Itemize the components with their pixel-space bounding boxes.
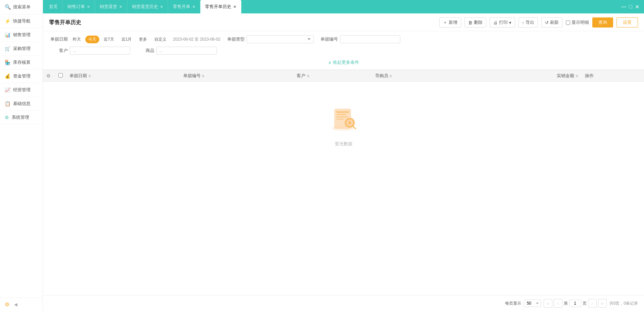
window-close-icon[interactable]: ✕ xyxy=(635,4,639,10)
tabs-bar: 首页 销售订单 ✕ 销货退货 ✕ 销货退货历史 ✕ 零售开单 ✕ 零售开单历史 … xyxy=(43,0,644,13)
last-page-icon: » xyxy=(601,301,603,306)
empty-icon xyxy=(327,102,360,136)
new-button[interactable]: ＋ 新增 xyxy=(439,17,461,28)
per-page-select[interactable]: 50 20 100 200 xyxy=(524,300,541,307)
th-action-label: 操作 xyxy=(585,73,594,78)
main-area: 首页 销售订单 ✕ 销货退货 ✕ 销货退货历史 ✕ 零售开单 ✕ 零售开单历史 … xyxy=(43,0,644,311)
zijin-icon: 💰 xyxy=(5,73,10,79)
sidebar-item-label: 采购管理 xyxy=(13,46,31,52)
type-filter-field: 单据类型 xyxy=(226,35,314,43)
empty-state: 暂无数据 xyxy=(43,82,644,160)
next-page-button[interactable]: › xyxy=(588,299,597,308)
filter-row-2: 客户 ... 商品 ... xyxy=(49,47,638,55)
display-detail-checkbox[interactable] xyxy=(566,20,570,25)
refresh-button[interactable]: ↺ 刷新 xyxy=(541,17,562,28)
tab-retail-open-history-close[interactable]: ✕ xyxy=(233,5,236,9)
tab-sales-return[interactable]: 销货退货 ✕ xyxy=(95,0,127,13)
sidebar-item-xiaoshou[interactable]: 📊 销售管理 xyxy=(0,28,43,42)
th-action: 操作 xyxy=(582,70,644,82)
tab-sales-order[interactable]: 销售订单 ✕ xyxy=(63,0,95,13)
tab-sales-order-close[interactable]: ✕ xyxy=(87,5,90,9)
sidebar-item-jichu[interactable]: 📋 基础信息 xyxy=(0,97,43,111)
tab-sales-return-history-label: 销货退货历史 xyxy=(132,4,158,10)
tab-sales-return-close[interactable]: ✕ xyxy=(119,5,122,9)
sidebar: 🔍 搜索菜单 ⚡ 快捷导航 📊 销售管理 🛒 采购管理 🏪 库存核算 💰 资金管… xyxy=(0,0,43,311)
last-page-button[interactable]: » xyxy=(598,299,607,308)
goods-filter-more[interactable]: ... xyxy=(156,47,217,55)
date-btn-custom[interactable]: 自定义 xyxy=(151,36,169,43)
th-amount[interactable]: 实销金额 xyxy=(468,70,582,82)
xitong-icon: ⚙ xyxy=(5,115,9,120)
svg-point-9 xyxy=(348,121,351,124)
first-page-icon: « xyxy=(547,301,549,306)
display-detail-label: 显示明细 xyxy=(572,19,589,25)
sidebar-item-label: 资金管理 xyxy=(13,73,31,79)
customer-filter-more[interactable]: ... xyxy=(70,47,130,55)
tab-home[interactable]: 首页 xyxy=(44,0,63,13)
print-icon: 🖨 xyxy=(493,20,498,25)
sidebar-nav: ⚡ 快捷导航 📊 销售管理 🛒 采购管理 🏪 库存核算 💰 资金管理 📈 经营管… xyxy=(0,14,43,298)
sidebar-item-zijin[interactable]: 💰 资金管理 xyxy=(0,69,43,83)
sidebar-item-jingying[interactable]: 📈 经营管理 xyxy=(0,83,43,97)
column-settings-icon[interactable]: ⚙ xyxy=(46,73,51,79)
tab-sales-return-history-close[interactable]: ✕ xyxy=(160,5,163,9)
caigou-icon: 🛒 xyxy=(5,46,10,51)
tab-retail-open-close[interactable]: ✕ xyxy=(192,5,195,9)
collapse-button[interactable]: ∧ 收起更多条件 xyxy=(328,59,359,65)
table-area: ⚙ 单据日期 单据编号 客户 xyxy=(43,70,644,295)
select-all-checkbox[interactable] xyxy=(58,73,63,77)
kuaijie-icon: ⚡ xyxy=(5,18,10,24)
delete-button[interactable]: 🗑 删除 xyxy=(464,17,486,28)
prev-page-button[interactable]: ‹ xyxy=(554,299,562,308)
page-input[interactable] xyxy=(569,300,581,307)
date-filter-field: 单据日期 昨天 今天 近7天 近1月 更多 自定义 2023-06-02 至 2… xyxy=(49,36,220,43)
number-filter-input[interactable] xyxy=(340,35,400,43)
sidebar-item-kucun[interactable]: 🏪 库存核算 xyxy=(0,56,43,69)
type-filter-select[interactable] xyxy=(247,35,314,43)
tab-retail-open-history-label: 零售开单历史 xyxy=(205,4,231,10)
query-button[interactable]: 查询 xyxy=(592,17,613,28)
sidebar-item-xitong[interactable]: ⚙ 系统管理 xyxy=(0,111,43,124)
display-detail-checkbox-label[interactable]: 显示明细 xyxy=(566,19,589,25)
th-salesperson[interactable]: 导购员 xyxy=(372,70,468,82)
th-salesperson-label: 导购员 xyxy=(375,73,388,78)
print-button[interactable]: 🖨 打印 ▾ xyxy=(490,17,515,28)
sidebar-search[interactable]: 🔍 搜索菜单 xyxy=(0,0,43,14)
sidebar-item-label: 销售管理 xyxy=(13,32,31,38)
export-icon: ↑ xyxy=(522,20,525,25)
date-btn-yesterday[interactable]: 昨天 xyxy=(70,36,84,43)
customer-filter-field: 客户 ... xyxy=(49,47,130,55)
filter-row-1: 单据日期 昨天 今天 近7天 近1月 更多 自定义 2023-06-02 至 2… xyxy=(49,35,638,43)
sidebar-item-caigou[interactable]: 🛒 采购管理 xyxy=(0,42,43,56)
settings-button[interactable]: 设置 xyxy=(616,17,638,28)
tabs-right-controls: — □ ✕ xyxy=(621,4,643,10)
date-btn-more[interactable]: 更多 xyxy=(136,36,150,43)
date-btn-1month[interactable]: 近1月 xyxy=(118,36,135,43)
window-maximize-icon[interactable]: □ xyxy=(629,4,632,10)
tab-sales-return-label: 销货退货 xyxy=(100,4,117,10)
type-filter-label: 单据类型 xyxy=(226,36,245,42)
window-minimize-icon[interactable]: — xyxy=(621,4,626,10)
tab-retail-open[interactable]: 零售开单 ✕ xyxy=(168,0,200,13)
page-header: 零售开单历史 ＋ 新增 🗑 删除 🖨 打印 ▾ ↑ 导出 xyxy=(43,13,644,31)
jingying-icon: 📈 xyxy=(5,87,10,93)
date-range-display: 2023-06-02 至 2023-06-02 xyxy=(173,37,220,42)
footer-settings-icon[interactable]: ⚙ xyxy=(5,301,9,308)
date-btn-today[interactable]: 今天 xyxy=(85,36,99,43)
th-date[interactable]: 单据日期 xyxy=(66,70,180,82)
print-label: 打印 xyxy=(499,19,508,25)
next-page-icon: › xyxy=(591,301,593,306)
print-arrow-icon: ▾ xyxy=(509,20,511,25)
page-label-unit: 页 xyxy=(583,301,587,306)
first-page-button[interactable]: « xyxy=(544,299,552,308)
th-settings: ⚙ xyxy=(43,70,55,82)
th-number[interactable]: 单据编号 xyxy=(180,70,294,82)
toolbar: ＋ 新增 🗑 删除 🖨 打印 ▾ ↑ 导出 ↺ 刷新 xyxy=(439,17,638,28)
tab-sales-return-history[interactable]: 销货退货历史 ✕ xyxy=(127,0,168,13)
sidebar-item-kuaijie[interactable]: ⚡ 快捷导航 xyxy=(0,14,43,28)
th-customer[interactable]: 客户 xyxy=(293,70,371,82)
tab-retail-open-history[interactable]: 零售开单历史 ✕ xyxy=(200,0,241,13)
date-btn-7days[interactable]: 近7天 xyxy=(101,36,117,43)
export-button[interactable]: ↑ 导出 xyxy=(518,17,538,28)
footer-collapse-icon[interactable]: ◀ xyxy=(14,302,17,307)
